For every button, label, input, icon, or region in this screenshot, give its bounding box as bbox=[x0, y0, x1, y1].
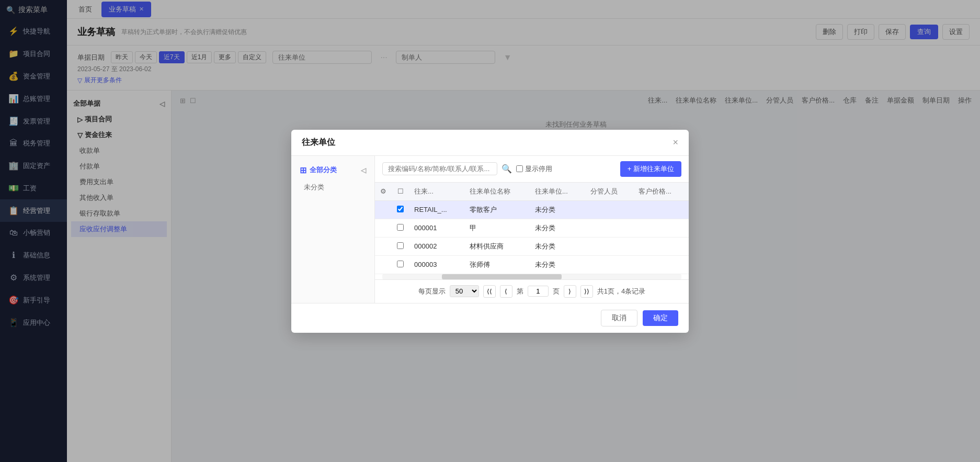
last-page-button[interactable]: ⟩⟩ bbox=[580, 285, 593, 298]
row-name: 零散客户 bbox=[464, 200, 530, 219]
row-price bbox=[633, 255, 689, 274]
th-category: 往来单位... bbox=[530, 183, 585, 201]
table-row[interactable]: 000001 甲 未分类 bbox=[375, 219, 689, 237]
modal-body: ⊞ 全部分类 ◁ 未分类 🔍 显示停用 bbox=[291, 156, 689, 303]
modal-title: 往来单位 bbox=[302, 137, 335, 148]
cancel-button[interactable]: 取消 bbox=[601, 310, 637, 326]
modal-actions: 取消 确定 bbox=[291, 303, 689, 333]
modal-uncategorized[interactable]: 未分类 bbox=[291, 179, 374, 195]
total-info: 共1页，4条记录 bbox=[597, 287, 645, 296]
row-setting bbox=[375, 255, 392, 274]
modal-header: 往来单位 × bbox=[291, 130, 689, 156]
row-name: 张师傅 bbox=[464, 255, 530, 274]
confirm-button[interactable]: 确定 bbox=[643, 310, 678, 326]
modal-search-input[interactable] bbox=[382, 162, 497, 175]
row-price bbox=[633, 237, 689, 255]
show-disabled-checkbox[interactable] bbox=[516, 165, 523, 172]
row-manager bbox=[585, 219, 633, 237]
row-category: 未分类 bbox=[530, 237, 585, 255]
row-check[interactable] bbox=[392, 219, 409, 237]
row-price bbox=[633, 219, 689, 237]
th-price: 客户价格... bbox=[633, 183, 689, 201]
modal-left-panel: ⊞ 全部分类 ◁ 未分类 bbox=[291, 156, 375, 303]
first-page-button[interactable]: ⟨⟨ bbox=[483, 285, 496, 298]
next-page-button[interactable]: ⟩ bbox=[564, 285, 576, 298]
di-word: 第 bbox=[517, 287, 523, 296]
row-check[interactable] bbox=[392, 237, 409, 255]
collapse-left-icon[interactable]: ◁ bbox=[361, 166, 366, 174]
table-header-row: ⚙ ☐ 往来... 往来单位名称 往来单位... 分管人员 客户价格... bbox=[375, 183, 689, 201]
add-partner-button[interactable]: + 新增往来单位 bbox=[620, 161, 681, 177]
row-check[interactable] bbox=[392, 200, 409, 219]
row-check[interactable] bbox=[392, 255, 409, 274]
row-setting bbox=[375, 200, 392, 219]
partner-table: ⚙ ☐ 往来... 往来单位名称 往来单位... 分管人员 客户价格... bbox=[375, 183, 689, 274]
modal-table: ⚙ ☐ 往来... 往来单位名称 往来单位... 分管人员 客户价格... bbox=[375, 183, 689, 274]
row-category: 未分类 bbox=[530, 255, 585, 274]
per-page-label: 每页显示 bbox=[418, 287, 446, 296]
grid-icon: ⊞ bbox=[300, 165, 306, 175]
row-checkbox[interactable] bbox=[397, 206, 404, 212]
row-code: RETAIL_... bbox=[409, 200, 464, 219]
row-name: 甲 bbox=[464, 219, 530, 237]
partner-modal: 往来单位 × ⊞ 全部分类 ◁ 未分类 🔍 bbox=[291, 130, 689, 333]
row-manager bbox=[585, 255, 633, 274]
modal-search-wrap: 🔍 显示停用 bbox=[382, 162, 552, 175]
modal-table-body: RETAIL_... 零散客户 未分类 000001 甲 未分类 000002 … bbox=[375, 200, 689, 274]
page-word: 页 bbox=[553, 287, 560, 296]
row-price bbox=[633, 200, 689, 219]
row-setting bbox=[375, 237, 392, 255]
row-category: 未分类 bbox=[530, 219, 585, 237]
table-row[interactable]: 000002 材料供应商 未分类 bbox=[375, 237, 689, 255]
modal-right-panel: 🔍 显示停用 + 新增往来单位 ⚙ ☐ bbox=[375, 156, 689, 303]
row-category: 未分类 bbox=[530, 200, 585, 219]
modal-overlay[interactable]: 往来单位 × ⊞ 全部分类 ◁ 未分类 🔍 bbox=[0, 0, 980, 462]
show-disabled-text: 显示停用 bbox=[525, 164, 552, 174]
row-manager bbox=[585, 237, 633, 255]
row-checkbox[interactable] bbox=[397, 242, 404, 249]
row-manager bbox=[585, 200, 633, 219]
per-page-select[interactable]: 50 100 bbox=[450, 285, 479, 297]
prev-page-button[interactable]: ⟨ bbox=[500, 285, 512, 298]
row-code: 000002 bbox=[409, 237, 464, 255]
th-name: 往来单位名称 bbox=[464, 183, 530, 201]
modal-close-button[interactable]: × bbox=[673, 137, 678, 148]
row-code: 000003 bbox=[409, 255, 464, 274]
row-setting bbox=[375, 219, 392, 237]
th-check: ☐ bbox=[392, 183, 409, 201]
th-code: 往来... bbox=[409, 183, 464, 201]
row-name: 材料供应商 bbox=[464, 237, 530, 255]
table-row[interactable]: 000003 张师傅 未分类 bbox=[375, 255, 689, 274]
th-manager: 分管人员 bbox=[585, 183, 633, 201]
page-number-input[interactable] bbox=[528, 286, 549, 297]
th-setting: ⚙ bbox=[375, 183, 392, 201]
search-icon: 🔍 bbox=[502, 164, 512, 174]
scrollbar-thumb[interactable] bbox=[442, 274, 562, 279]
modal-toolbar: 🔍 显示停用 + 新增往来单位 bbox=[375, 156, 689, 183]
row-checkbox[interactable] bbox=[397, 261, 404, 267]
table-row[interactable]: RETAIL_... 零散客户 未分类 bbox=[375, 200, 689, 219]
modal-all-category-label: 全部分类 bbox=[310, 165, 337, 175]
show-disabled-label[interactable]: 显示停用 bbox=[516, 164, 552, 174]
scrollbar-track[interactable] bbox=[382, 274, 681, 279]
modal-all-category[interactable]: ⊞ 全部分类 ◁ bbox=[291, 161, 374, 179]
row-checkbox[interactable] bbox=[397, 224, 404, 231]
row-code: 000001 bbox=[409, 219, 464, 237]
modal-pagination: 每页显示 50 100 ⟨⟨ ⟨ 第 页 ⟩ ⟩⟩ 共1页，4条记录 bbox=[375, 279, 689, 303]
